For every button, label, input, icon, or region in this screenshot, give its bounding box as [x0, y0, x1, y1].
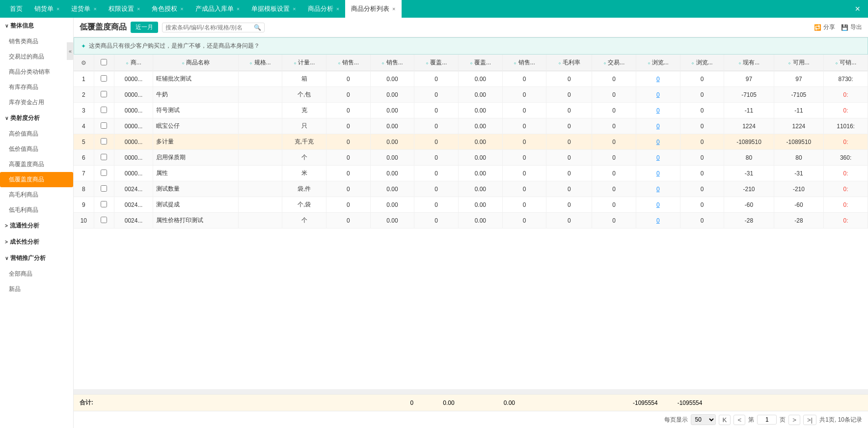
col-current[interactable]: ⬦ 现有... — [724, 55, 774, 71]
col-unit[interactable]: ⬦ 计量... — [282, 55, 326, 71]
col-settings[interactable]: ⚙ — [74, 55, 94, 71]
sidebar-item-sales-goods[interactable]: 销售类商品 — [0, 34, 73, 49]
sidebar-section-growth[interactable]: > 成长性分析 — [0, 234, 73, 250]
row-checkbox[interactable] — [94, 197, 114, 213]
row-select-checkbox[interactable] — [101, 170, 107, 176]
sidebar-item-high-value[interactable]: 高价值商品 — [0, 126, 73, 142]
sidebar-item-all-goods[interactable]: 全部商品 — [0, 266, 73, 282]
close-icon[interactable]: × — [392, 6, 395, 12]
row-checkbox[interactable] — [94, 150, 114, 166]
row-checkbox[interactable] — [94, 134, 114, 150]
sidebar-collapse-button[interactable]: « — [67, 42, 74, 60]
sidebar-section-liquidity[interactable]: > 流通性分析 — [0, 218, 73, 234]
row-browse1[interactable]: 0 — [636, 197, 680, 213]
per-page-select[interactable]: 50 100 200 — [691, 414, 716, 425]
sidebar-item-low-margin[interactable]: 低毛利商品 — [0, 202, 73, 218]
nav-tab-analysis-list[interactable]: 商品分析列表 × — [345, 0, 401, 18]
row-browse1[interactable]: 0 — [636, 213, 680, 228]
export-button[interactable]: 💾 导出 — [841, 23, 862, 31]
nav-tab-analysis[interactable]: 商品分析 × — [302, 0, 345, 18]
close-icon[interactable]: × — [237, 6, 240, 12]
sidebar-item-stock-capital[interactable]: 库存资金占用 — [0, 95, 73, 110]
time-filter-button[interactable]: 近一月 — [131, 22, 158, 33]
col-sales-qty[interactable]: ⬦ 销售... — [326, 55, 370, 71]
row-browse1[interactable]: 0 — [636, 118, 680, 134]
col-sales-amount[interactable]: ⬦ 销售... — [370, 55, 414, 71]
close-icon[interactable]: × — [93, 6, 96, 12]
col-browse1[interactable]: ⬦ 浏览... — [636, 55, 680, 71]
next-page-button[interactable]: > — [788, 415, 800, 425]
close-icon[interactable]: × — [137, 6, 140, 12]
nav-tab-home[interactable]: 首页 — [4, 0, 28, 18]
sidebar-item-in-stock[interactable]: 有库存商品 — [0, 80, 73, 95]
sidebar-section-marketing[interactable]: ∨ 营销推广分析 — [0, 250, 73, 266]
col-gross-rate[interactable]: ⬦ 毛利率 — [546, 55, 592, 71]
row-browse1[interactable]: 0 — [636, 134, 680, 150]
row-browse1[interactable]: 0 — [636, 87, 680, 103]
close-icon[interactable]: × — [336, 6, 339, 12]
row-browse1[interactable]: 0 — [636, 150, 680, 166]
sidebar-section-overview[interactable]: ∨ 整体信息 — [0, 18, 73, 34]
row-select-checkbox[interactable] — [101, 154, 107, 160]
sidebar-item-traded-goods[interactable]: 交易过的商品 — [0, 49, 73, 64]
col-spec[interactable]: ⬦ 规格... — [238, 55, 282, 71]
col-coverage2[interactable]: ⬦ 覆盖... — [459, 55, 503, 71]
col-transaction[interactable]: ⬦ 交易... — [592, 55, 636, 71]
row-browse1[interactable]: 0 — [636, 181, 680, 197]
sidebar-item-high-coverage[interactable]: 高覆盖度商品 — [0, 157, 73, 172]
row-checkbox[interactable] — [94, 118, 114, 134]
row-select-checkbox[interactable] — [101, 91, 107, 97]
sidebar-item-category-rate[interactable]: 商品分类动销率 — [0, 64, 73, 80]
page-number-input[interactable] — [757, 415, 777, 425]
row-checkbox[interactable] — [94, 103, 114, 118]
sidebar-item-low-coverage[interactable]: 低覆盖度商品 — [0, 172, 73, 187]
row-checkbox[interactable] — [94, 213, 114, 228]
col-coverage1[interactable]: ⬦ 覆盖... — [414, 55, 459, 71]
col-saleable[interactable]: ⬦ 可销... — [824, 55, 868, 71]
window-close-button[interactable]: × — [851, 4, 864, 14]
sidebar-section-coverage[interactable]: ∨ 类射度分析 — [0, 110, 73, 126]
horizontal-scrollbar[interactable] — [74, 389, 868, 394]
nav-tab-role[interactable]: 角色授权 × — [146, 0, 189, 18]
col-sales2[interactable]: ⬦ 销售... — [502, 55, 546, 71]
row-browse1[interactable]: 0 — [636, 71, 680, 87]
col-checkbox[interactable] — [94, 55, 114, 71]
col-name[interactable]: ⬦ 商品名称 — [153, 55, 238, 71]
col-available[interactable]: ⬦ 可用... — [774, 55, 823, 71]
row-browse1[interactable]: 0 — [636, 166, 680, 181]
last-page-button[interactable]: >| — [803, 415, 816, 425]
row-checkbox[interactable] — [94, 71, 114, 87]
select-all-checkbox[interactable] — [101, 59, 107, 65]
close-icon[interactable]: × — [293, 6, 296, 12]
sidebar-item-new-goods[interactable]: 新品 — [0, 282, 73, 297]
row-select-checkbox[interactable] — [101, 138, 107, 144]
share-button[interactable]: 🔁 分享 — [814, 23, 835, 31]
close-icon[interactable]: × — [56, 6, 59, 12]
table-container[interactable]: ⚙ ⬦ 商... ⬦ 商品名称 ⬦ 规格... ⬦ 计量... ⬦ 销售... … — [74, 55, 868, 389]
col-browse2[interactable]: ⬦ 浏览... — [680, 55, 724, 71]
row-browse1[interactable]: 0 — [636, 103, 680, 118]
row-select-checkbox[interactable] — [101, 75, 107, 82]
row-checkbox[interactable] — [94, 166, 114, 181]
settings-icon[interactable]: ⚙ — [81, 59, 86, 66]
row-select-checkbox[interactable] — [101, 201, 107, 207]
nav-tab-purchase[interactable]: 进货单 × — [65, 0, 102, 18]
close-icon[interactable]: × — [180, 6, 183, 12]
nav-tab-template[interactable]: 单据模板设置 × — [245, 0, 301, 18]
row-select-checkbox[interactable] — [101, 122, 107, 129]
row-checkbox[interactable] — [94, 87, 114, 103]
row-select-checkbox[interactable] — [101, 217, 107, 223]
search-input[interactable] — [165, 24, 254, 31]
nav-tab-sales[interactable]: 销货单 × — [28, 0, 65, 18]
row-select-checkbox[interactable] — [101, 185, 107, 192]
sidebar-item-low-value[interactable]: 低价值商品 — [0, 142, 73, 157]
prev-page-button[interactable]: < — [733, 415, 745, 425]
search-icon[interactable]: 🔍 — [254, 24, 261, 31]
col-code[interactable]: ⬦ 商... — [114, 55, 153, 71]
first-page-button[interactable]: K — [719, 415, 731, 425]
sidebar-item-high-margin[interactable]: 高毛利商品 — [0, 187, 73, 202]
row-select-checkbox[interactable] — [101, 107, 107, 113]
row-checkbox[interactable] — [94, 181, 114, 197]
nav-tab-product[interactable]: 产成品入库单 × — [190, 0, 245, 18]
nav-tab-permission[interactable]: 权限设置 × — [103, 0, 146, 18]
